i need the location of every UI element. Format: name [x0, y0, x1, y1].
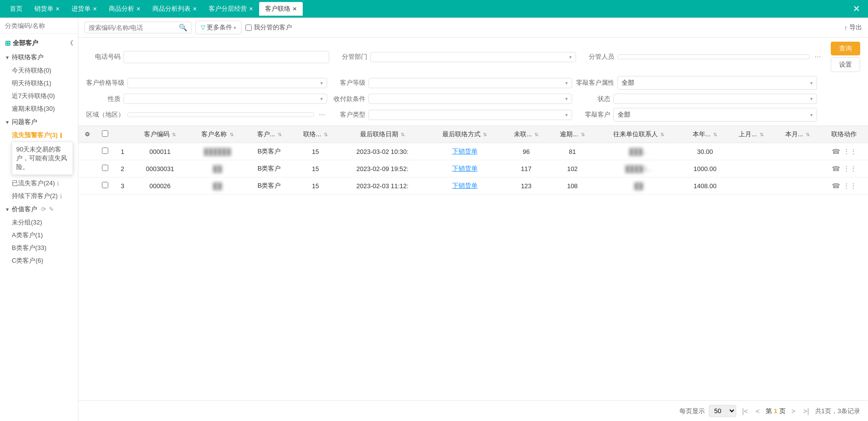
col-last-date[interactable]: 最后联络日期 ⇅	[338, 126, 426, 143]
col-overdue[interactable]: 逾期... ⇅	[549, 126, 595, 143]
col-this-month[interactable]: 本月... ⇅	[774, 126, 820, 143]
last-page-button[interactable]: >|	[801, 406, 811, 416]
row-checkbox[interactable]	[102, 165, 108, 171]
row-checkbox[interactable]	[102, 182, 108, 188]
filter-dept: 分管部门 ▾	[333, 52, 576, 62]
toolbar-search-icon[interactable]: 🔍	[179, 24, 187, 31]
filter-level-select[interactable]: ▾	[368, 78, 572, 88]
row-last-method-cell[interactable]: 下销货单	[426, 160, 503, 177]
tab-home[interactable]: 首页	[4, 2, 28, 16]
sidebar-group-problem[interactable]: ▼ 问题客户	[0, 115, 78, 129]
tab-analysis[interactable]: 商品分析 ✕	[103, 2, 146, 16]
col-checkbox[interactable]	[96, 126, 114, 143]
sidebar-item-overdue[interactable]: 逾期未联络(30)	[0, 102, 78, 115]
filter-phone-input[interactable]	[123, 51, 329, 63]
row-settings-cell	[78, 160, 96, 177]
action-contact-icon[interactable]: ☎	[832, 182, 840, 190]
filter-zero-attr-select[interactable]: 全部 ▾	[617, 76, 817, 90]
sidebar-all-customers[interactable]: ⊞ 全部客户 《	[0, 36, 78, 50]
col-unit-contact[interactable]: 往来单位联系人 ⇅	[596, 126, 682, 143]
row-checkbox-cell[interactable]	[96, 160, 114, 177]
select-all-checkbox[interactable]	[102, 130, 108, 137]
col-last-method[interactable]: 最后联络方式 ⇅	[426, 126, 503, 143]
per-page-select[interactable]: 50 100	[709, 405, 736, 417]
col-uncontacted[interactable]: 未联... ⇅	[503, 126, 549, 143]
row-overdue-cell: 81	[549, 143, 595, 160]
col-contact-count[interactable]: 联络... ⇅	[292, 126, 338, 143]
filter-area-dots[interactable]: ···	[317, 110, 327, 119]
filter-zero-customer-select[interactable]: 全部 ▾	[613, 108, 817, 122]
filter-customer-type-select[interactable]: ▾	[368, 110, 572, 120]
close-customer-tier-icon[interactable]: ✕	[249, 6, 253, 12]
col-code[interactable]: 客户编码 ⇅	[131, 126, 189, 143]
filter-payment-select[interactable]: ▾	[368, 94, 572, 104]
prev-page-button[interactable]: <	[754, 406, 762, 416]
sidebar-item-declining[interactable]: 持续下滑客户(2) ℹ	[0, 190, 78, 202]
row-last-method-cell[interactable]: 下销货单	[426, 143, 503, 160]
action-contact-icon[interactable]: ☎	[832, 165, 840, 173]
next-page-button[interactable]: >	[790, 406, 797, 416]
toolbar-search-input[interactable]	[89, 24, 177, 31]
row-last-method-cell[interactable]: 下销货单	[426, 177, 503, 195]
filter-zero-attr: 零敲客户属性 全部 ▾	[576, 76, 817, 90]
sidebar-item-class-a[interactable]: A类客户(1)	[0, 229, 78, 242]
tab-purchase[interactable]: 进货单 ✕	[66, 2, 103, 16]
tab-customer-tier[interactable]: 客户分层经营 ✕	[203, 2, 259, 16]
row-last-month-cell	[728, 177, 774, 195]
filter-price-select[interactable]: ▾	[127, 78, 327, 88]
query-button[interactable]: 查询	[831, 42, 860, 55]
first-page-button[interactable]: |<	[740, 406, 750, 416]
close-customer-contact-icon[interactable]: ✕	[292, 6, 297, 12]
filter-manager-select[interactable]	[617, 54, 810, 59]
row-uncontacted-cell: 96	[503, 143, 549, 160]
sidebar-item-class-b[interactable]: B类客户(33)	[0, 242, 78, 254]
action-more-icon[interactable]: ⋮⋮	[843, 182, 857, 190]
sidebar-item-churned[interactable]: 已流失客户(24) ℹ	[0, 177, 78, 190]
filter-status-select[interactable]: ▾	[613, 94, 817, 104]
more-filters-button[interactable]: ▽ 更多条件 ▾	[195, 21, 241, 34]
filter-customer-type: 客户类型 ▾	[331, 110, 572, 120]
sidebar-item-7days[interactable]: 近7天待联络(0)	[0, 90, 78, 102]
close-sales-icon[interactable]: ✕	[55, 6, 60, 12]
export-button[interactable]: ↑ 导出	[844, 23, 863, 32]
col-type[interactable]: 客户... ⇅	[246, 126, 292, 143]
col-settings[interactable]: ⚙	[78, 126, 96, 143]
close-analysis-list-icon[interactable]: ✕	[193, 6, 197, 12]
row-checkbox[interactable]	[102, 148, 108, 154]
sidebar-item-tomorrow[interactable]: 明天待联络(1)	[0, 77, 78, 90]
filter-dept-select[interactable]: ▾	[370, 52, 576, 62]
filter-area-select[interactable]	[127, 112, 314, 117]
row-checkbox-cell[interactable]	[96, 177, 114, 195]
filter-nature-select[interactable]: ▾	[123, 94, 327, 104]
my-customers-checkbox-label[interactable]: 我分管的客户	[245, 23, 292, 32]
refresh-icon[interactable]: ⟳	[41, 206, 46, 213]
filter-manager-dots[interactable]: ···	[813, 52, 823, 61]
sidebar-search-input[interactable]	[5, 22, 78, 29]
close-analysis-icon[interactable]: ✕	[136, 6, 141, 12]
row-action-cell: ☎ ⋮⋮	[820, 143, 868, 160]
row-checkbox-cell[interactable]	[96, 143, 114, 160]
sidebar-group-pending[interactable]: ▼ 待联络客户	[0, 50, 78, 64]
action-more-icon[interactable]: ⋮⋮	[843, 148, 857, 155]
col-name[interactable]: 客户名称 ⇅	[189, 126, 246, 143]
edit-icon[interactable]: ✎	[49, 206, 54, 213]
window-close-button[interactable]: ✕	[849, 3, 864, 14]
sidebar-collapse-icon[interactable]: 《	[67, 39, 73, 48]
tab-analysis-list[interactable]: 商品分析列表 ✕	[146, 2, 203, 16]
tab-sales[interactable]: 销货单 ✕	[28, 2, 66, 16]
toolbar: 🔍 ▽ 更多条件 ▾ 我分管的客户 ↑ 导出	[78, 18, 868, 38]
col-last-month[interactable]: 上月... ⇅	[728, 126, 774, 143]
sidebar-item-today[interactable]: 今天待联络(0)	[0, 64, 78, 77]
my-customers-checkbox[interactable]	[245, 25, 252, 31]
settings-button[interactable]: 设置	[831, 57, 860, 72]
row-this-month-cell	[774, 143, 820, 160]
action-contact-icon[interactable]: ☎	[832, 148, 840, 155]
col-this-year[interactable]: 本年... ⇅	[682, 126, 728, 143]
close-purchase-icon[interactable]: ✕	[93, 6, 97, 12]
sidebar-item-class-c[interactable]: C类客户(6)	[0, 254, 78, 267]
sidebar-item-ungrouped[interactable]: 未分组(32)	[0, 216, 78, 229]
sidebar-item-churn-warning[interactable]: 流失预警客户(3) ℹ	[0, 129, 78, 142]
sidebar-group-value[interactable]: ▼ 价值客户 ⟳ ✎	[0, 202, 78, 216]
action-more-icon[interactable]: ⋮⋮	[843, 165, 857, 173]
tab-customer-contact[interactable]: 客户联络 ✕	[259, 2, 303, 16]
